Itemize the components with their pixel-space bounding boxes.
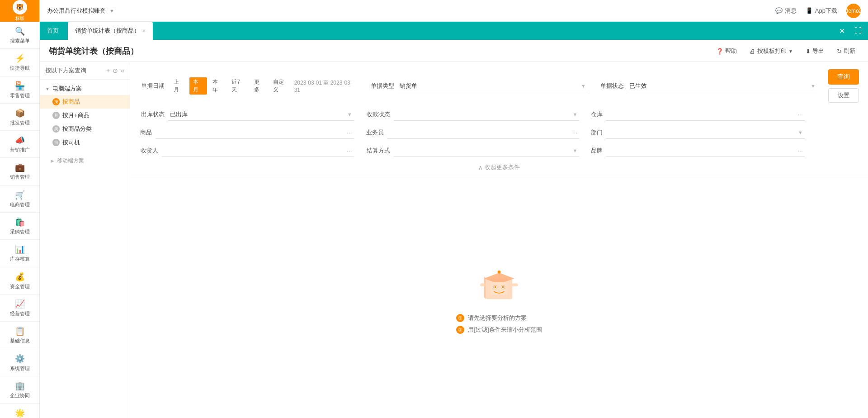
tab-home[interactable]: 首页: [40, 22, 66, 40]
scheme-settings-btn[interactable]: ⊙: [113, 67, 118, 74]
sidebar-item-retail[interactable]: 🏪 零售管理: [0, 76, 40, 104]
tip-text-1: 请先选择要分析的方案: [468, 314, 527, 322]
tab-close-window-btn[interactable]: ✕: [835, 24, 848, 37]
date-chip-this-month[interactable]: 本月: [189, 77, 207, 95]
filter-payment-arrow[interactable]: ▼: [572, 148, 577, 153]
by-category-prefix: 类: [52, 125, 60, 133]
tip-number-2: ②: [456, 326, 464, 334]
enterprise-icon: 🏢: [15, 381, 25, 391]
app-download-action[interactable]: 📱 App下载: [806, 7, 837, 15]
top-bar: 办公用品行业模拟账套 ▼ 💬 消息 📱 App下载 demo2: [40, 0, 868, 22]
query-btn[interactable]: 查询: [828, 69, 859, 85]
workspace-dropdown-icon[interactable]: ▼: [109, 8, 114, 14]
sidebar-item-purchase[interactable]: 🛍️ 采购管理: [0, 213, 40, 240]
sidebar-item-wholesale[interactable]: 📦 批发管理: [0, 104, 40, 131]
mobile-group-label: 移动端方案: [57, 157, 84, 165]
sidebar-item-sales[interactable]: 💼 销售管理: [0, 158, 40, 185]
print-btn[interactable]: 🖨 按模板打印 ▼: [746, 45, 797, 57]
filter-brand-control[interactable]: ···: [606, 144, 805, 157]
date-chip-this-year[interactable]: 本年: [209, 77, 226, 95]
filter-dept-label: 部门: [590, 128, 603, 137]
filter-recv-status-control[interactable]: ▼: [394, 108, 580, 121]
by-product-label: 按商品: [62, 98, 80, 106]
sidebar-item-newbie[interactable]: 🌟 新手引导: [0, 404, 40, 418]
filter-doc-type-control[interactable]: 销货单 ▼: [398, 80, 588, 92]
filter-out-status-control[interactable]: 已出库 ▼: [168, 108, 354, 121]
print-icon: 🖨: [750, 48, 755, 55]
filter-product-control[interactable]: ···: [156, 126, 354, 139]
tab-close-icon[interactable]: ×: [142, 28, 146, 34]
filter-out-status-arrow[interactable]: ▼: [347, 112, 352, 117]
sidebar-item-ops[interactable]: 📈 经营管理: [0, 294, 40, 322]
sidebar-label-wholesale: 批发管理: [10, 119, 30, 126]
by-driver-prefix: 司: [52, 139, 60, 146]
empty-tip-2: ② 用[过滤]条件来缩小分析范围: [456, 326, 542, 334]
scheme-group-desktop-title[interactable]: ▼ 电脑端方案: [40, 82, 130, 95]
filter-date-cell: 单据日期 上月 本月 本年 近7天 更多 自定义 20: [139, 76, 358, 95]
scheme-item-by-category[interactable]: 类 按商品分类: [40, 122, 130, 136]
filter-doc-status-arrow[interactable]: ▼: [811, 83, 816, 89]
collapse-btn[interactable]: ∧ 收起更多条件: [478, 163, 520, 171]
refresh-btn[interactable]: ↻ 刷新: [833, 45, 859, 57]
sidebar-item-ecommerce[interactable]: 🛒 电商管理: [0, 185, 40, 213]
sidebar-item-quicknav[interactable]: ⚡ 快捷导航: [0, 49, 40, 76]
scheme-add-btn[interactable]: +: [106, 67, 110, 74]
scheme-collapse-btn[interactable]: «: [121, 67, 124, 74]
scheme-item-by-month-product[interactable]: 月 按月+商品: [40, 109, 130, 122]
empty-illustration: [476, 261, 522, 307]
filter-doc-status-control[interactable]: 已生效 ▼: [627, 80, 817, 92]
filter-recipient-control[interactable]: ···: [162, 144, 354, 157]
filter-recv-status-arrow[interactable]: ▼: [572, 112, 577, 117]
sidebar-label-ecommerce: 电商管理: [10, 201, 30, 208]
scheme-item-by-product[interactable]: 按 按商品: [40, 95, 130, 109]
sidebar-item-system[interactable]: ⚙️ 系统管理: [0, 349, 40, 376]
sidebar-item-enterprise[interactable]: 🏢 企业协同: [0, 376, 40, 404]
sidebar-item-search[interactable]: 🔍 搜索菜单: [0, 22, 40, 49]
filter-salesperson-control[interactable]: ···: [387, 126, 580, 139]
scheme-item-by-driver[interactable]: 司 按司机: [40, 136, 130, 149]
workspace-title: 办公用品行业模拟账套: [47, 7, 106, 15]
date-chip-more[interactable]: 更多: [250, 77, 268, 95]
filter-warehouse-dots[interactable]: ···: [797, 111, 803, 118]
tab-expand-btn[interactable]: ⛶: [852, 24, 864, 37]
help-btn[interactable]: ❓ 帮助: [712, 45, 741, 57]
by-product-prefix: 按: [52, 98, 60, 105]
sidebar-item-marketing[interactable]: 📣 营销推广: [0, 131, 40, 158]
tab-sales-stat[interactable]: 销货单统计表（按商品） ×: [68, 22, 153, 40]
filter-doc-type-label: 单据类型: [369, 82, 394, 90]
retail-icon: 🏪: [15, 81, 25, 91]
message-action[interactable]: 💬 消息: [775, 7, 797, 15]
filter-dept-arrow[interactable]: ▼: [798, 130, 803, 135]
sidebar-item-basic[interactable]: 📋 基础信息: [0, 322, 40, 349]
filter-brand-dots[interactable]: ···: [797, 147, 803, 154]
filter-btn-group: 查询 设置: [828, 69, 859, 103]
sidebar-item-finance[interactable]: 💰 资金管理: [0, 267, 40, 294]
filter-recipient-dots[interactable]: ···: [347, 147, 352, 154]
filter-dept-control[interactable]: ▼: [606, 126, 805, 139]
logo-text: 标版: [15, 15, 24, 22]
date-chip-last-month[interactable]: 上月: [170, 77, 188, 95]
sidebar-label-quicknav: 快捷导航: [10, 65, 30, 71]
filter-product-dots[interactable]: ···: [347, 129, 352, 136]
filter-doc-type-arrow[interactable]: ▼: [581, 83, 586, 89]
date-chip-custom[interactable]: 自定义: [269, 77, 292, 95]
filter-salesperson-dots[interactable]: ···: [572, 129, 578, 136]
export-btn[interactable]: ⬇ 导出: [802, 45, 828, 57]
filter-area: 单据日期 上月 本月 本年 近7天 更多 自定义 20: [130, 62, 868, 418]
filter-date-label: 单据日期: [139, 82, 165, 90]
by-driver-label: 按司机: [62, 138, 80, 147]
filter-warehouse-control[interactable]: ···: [606, 108, 805, 121]
sidebar-item-inventory[interactable]: 📊 库存核算: [0, 240, 40, 267]
date-chip-7days[interactable]: 近7天: [228, 77, 248, 95]
svg-point-7: [498, 271, 501, 274]
newbie-icon: 🌟: [15, 408, 25, 418]
settings-btn[interactable]: 设置: [828, 88, 859, 103]
scheme-group-mobile-title[interactable]: ▶ 移动端方案: [40, 155, 130, 167]
filter-doc-type-value: 销货单: [400, 82, 581, 90]
filter-payment-control[interactable]: ▼: [394, 144, 580, 157]
user-avatar[interactable]: demo2: [846, 4, 861, 18]
sidebar-label-ops: 经营管理: [10, 310, 30, 317]
filter-out-status-value: 已出库: [170, 110, 347, 119]
export-icon: ⬇: [806, 48, 811, 55]
tab-home-label: 首页: [47, 27, 59, 35]
